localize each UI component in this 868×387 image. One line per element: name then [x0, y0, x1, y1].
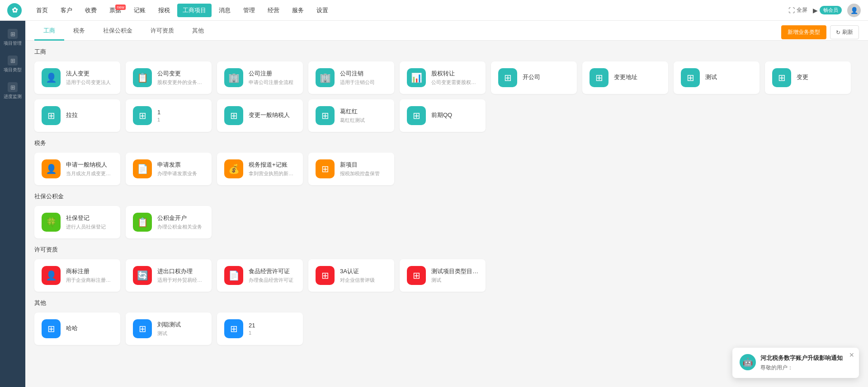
card-icon-haha: ⊞ [42, 319, 61, 338]
card-name-open-company: 开公司 [523, 73, 570, 81]
card-desc-company-register: 申请公司注册全流程 [249, 79, 296, 86]
card-icon-3a-cert: ⊞ [316, 266, 335, 285]
tab-licenses[interactable]: 许可资质 [142, 22, 183, 41]
card-desc-test-project-type: 测试 [431, 277, 478, 284]
nav-bookkeeping[interactable]: 记账 [128, 4, 151, 17]
card-trademark[interactable]: 👤 商标注册 用于企业商标注册服务 [34, 259, 120, 292]
nav-billing[interactable]: 收费 [80, 4, 102, 17]
card-food-license[interactable]: 📄 食品经营许可证 办理食品经营许可证 [217, 259, 303, 292]
card-haha[interactable]: ⊞ 哈哈 [34, 312, 120, 345]
card-ge-honghong[interactable]: ⊞ 葛红红 葛红红测试 [308, 99, 394, 132]
card-change[interactable]: ⊞ 变更 [765, 61, 851, 94]
card-tax-report[interactable]: 💰 税务报道+记账 拿到营业执照的新公司 [217, 153, 303, 185]
card-name-change-address: 变更地址 [614, 73, 661, 81]
card-liucong-test[interactable]: ⊞ 刘聪测试 测试 [126, 312, 212, 345]
notification-avatar: 🤖 [740, 354, 756, 370]
add-type-button[interactable]: 新增业务类型 [781, 25, 826, 39]
card-icon-social-insurance: 🍀 [42, 213, 61, 232]
card-name-food-license: 食品经营许可证 [249, 267, 296, 275]
nav-operations[interactable]: 经营 [262, 4, 285, 17]
card-legal-change[interactable]: 👤 法人变更 适用于公司变更法人 [34, 61, 120, 94]
card-desc-legal-change: 适用于公司变更法人 [66, 79, 113, 86]
card-icon-legal-change: 👤 [42, 68, 61, 87]
card-icon-trademark: 👤 [42, 266, 61, 285]
card-company-register[interactable]: 🏢 公司注册 申请公司注册全流程 [217, 61, 303, 94]
card-apply-general-taxpayer[interactable]: 👤 申请一般纳税人 当月或次月成变更完成 [34, 153, 120, 185]
notification-subtitle: 尊敬的用户： [760, 364, 843, 372]
nav-settings[interactable]: 设置 [311, 4, 334, 17]
nav-business[interactable]: 工商项目 [177, 4, 212, 17]
nav-tickets[interactable]: 票据 new [104, 4, 127, 17]
card-desc-apply-invoice: 办理申请发票业务 [157, 170, 204, 177]
card-icon-food-license: 📄 [224, 266, 243, 285]
tab-other[interactable]: 其他 [183, 22, 213, 41]
notification-close-button[interactable]: ✕ [849, 351, 854, 359]
card-name-test-project-type: 测试项目类型目定义 [431, 267, 478, 275]
card-test-project-type[interactable]: ⊞ 测试项目类型目定义 测试 [400, 259, 486, 292]
nav-messages[interactable]: 消息 [213, 4, 236, 17]
card-new-project[interactable]: ⊞ 新项目 报税加税控盘保管 [308, 153, 394, 185]
main-content: 工商 税务 社保公积金 许可资质 其他 新增业务类型 ↻ 刷新 工商 👤 法人变… [25, 21, 868, 387]
card-num1[interactable]: ⊞ 1 1 [126, 99, 212, 132]
card-desc-liucong-test: 测试 [157, 330, 204, 337]
card-icon-company-change: 📋 [133, 68, 152, 87]
nav-management[interactable]: 管理 [238, 4, 260, 17]
card-test1[interactable]: ⊞ 测试 [674, 61, 760, 94]
cards-grid-other: ⊞ 哈哈 ⊞ 刘聪测试 测试 ⊞ 21 1 [34, 312, 859, 345]
sidebar-item-progress-monitor[interactable]: ⊞ 进度监测 [0, 79, 25, 103]
card-icon-change: ⊞ [772, 68, 791, 87]
fullscreen-button[interactable]: ⛶ 全屏 [788, 6, 807, 14]
refresh-button[interactable]: ↻ 刷新 [830, 25, 859, 39]
card-provident-fund[interactable]: 📋 公积金开户 办理公积金相关业务 [126, 206, 212, 238]
card-desc-import-export: 适用于对外贸易经营者 [157, 277, 204, 284]
progress-monitor-icon: ⊞ [8, 82, 18, 92]
tab-business[interactable]: 工商 [34, 22, 64, 41]
nav-tax[interactable]: 报税 [153, 4, 175, 17]
card-desc-3a-cert: 对企业信誉评级 [340, 277, 387, 284]
card-icon-import-export: 🔄 [133, 266, 152, 285]
vip-badge: 畅会员 [820, 6, 842, 14]
user-avatar[interactable]: 👤 [847, 4, 861, 17]
card-import-export[interactable]: 🔄 进出口权办理 适用于对外贸易经营者 [126, 259, 212, 292]
project-management-icon: ⊞ [8, 29, 18, 39]
card-name-apply-invoice: 申请发票 [157, 161, 204, 169]
card-early-qq[interactable]: ⊞ 前期QQ [400, 99, 486, 132]
card-lala[interactable]: ⊞ 拉拉 [34, 99, 120, 132]
vip-button[interactable]: ▶ 畅会员 [813, 6, 842, 14]
card-apply-invoice[interactable]: 📄 申请发票 办理申请发票业务 [126, 153, 212, 185]
card-name-test1: 测试 [705, 73, 752, 81]
cards-grid-social: 🍀 社保登记 进行人员社保登记 📋 公积金开户 办理公积金相关业务 [34, 206, 859, 238]
tab-social-insurance[interactable]: 社保公积金 [94, 22, 142, 41]
card-icon-apply-general-taxpayer: 👤 [42, 159, 61, 178]
card-equity-transfer[interactable]: 📊 股权转让 公司变更需要股权转让 [400, 61, 486, 94]
section-title-other: 其他 [34, 299, 859, 307]
card-name-change: 变更 [797, 73, 844, 81]
card-name-apply-general-taxpayer: 申请一般纳税人 [66, 161, 113, 169]
card-change-general-taxpayer[interactable]: ⊞ 变更一般纳税人 [217, 99, 303, 132]
nav-customers[interactable]: 客户 [55, 4, 78, 17]
card-desc-equity-transfer: 公司变更需要股权转让 [431, 79, 478, 86]
card-company-cancel[interactable]: 🏢 公司注销 适用于注销公司 [308, 61, 394, 94]
card-name-lala: 拉拉 [66, 111, 113, 119]
card-21[interactable]: ⊞ 21 1 [217, 312, 303, 345]
card-name-haha: 哈哈 [66, 324, 113, 332]
card-company-change[interactable]: 📋 公司变更 股权变更外的业务变更 [126, 61, 212, 94]
sidebar-item-project-types[interactable]: ⊞ 项目类型 [0, 52, 25, 77]
card-name-import-export: 进出口权办理 [157, 267, 204, 275]
card-icon-num1: ⊞ [133, 106, 152, 125]
card-change-address[interactable]: ⊞ 变更地址 [582, 61, 668, 94]
card-3a-cert[interactable]: ⊞ 3A认证 对企业信誉评级 [308, 259, 394, 292]
card-icon-apply-invoice: 📄 [133, 159, 152, 178]
tab-tax[interactable]: 税务 [64, 22, 94, 41]
card-icon-equity-transfer: 📊 [407, 68, 426, 87]
section-title-business: 工商 [34, 48, 859, 56]
card-social-insurance[interactable]: 🍀 社保登记 进行人员社保登记 [34, 206, 120, 238]
sidebar-item-project-management[interactable]: ⊞ 项目管理 [0, 25, 25, 50]
card-open-company[interactable]: ⊞ 开公司 [491, 61, 577, 94]
top-nav: ✿ 首页 客户 收费 票据 new 记账 报税 工商项目 消息 管理 经营 服务… [0, 0, 868, 21]
card-name-num1: 1 [157, 109, 204, 116]
nav-home[interactable]: 首页 [31, 4, 53, 17]
content-area: 工商 👤 法人变更 适用于公司变更法人 📋 公司变更 股权变更外的业务变更 🏢 [25, 41, 868, 356]
card-icon-provident-fund: 📋 [133, 213, 152, 232]
nav-service[interactable]: 服务 [287, 4, 309, 17]
